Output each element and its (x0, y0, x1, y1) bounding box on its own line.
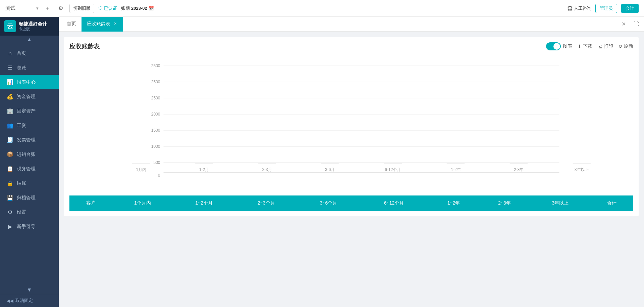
tab-close-aging[interactable]: ✕ (112, 21, 118, 27)
refresh-button[interactable]: ↺ 刷新 (619, 43, 633, 49)
role-button[interactable]: 会计 (621, 4, 639, 13)
col-header: 1个月内 (112, 195, 173, 211)
sidebar-item-ledger[interactable]: ☰ 总账 (0, 60, 59, 75)
bar (384, 164, 402, 164)
tab-home[interactable]: 首页 (61, 17, 82, 32)
headset-icon: 🎧 (567, 6, 573, 11)
bar (573, 164, 591, 164)
app-logo: 云 畅捷通好会计 专业版 (0, 17, 59, 36)
project-dropdown[interactable]: ▾ (36, 6, 39, 11)
col-header: 客户 (69, 195, 112, 211)
bar-group: 6-12个月 (362, 164, 425, 173)
table-container: 客户1个月内1~2个月2~3个月3~6个月6~12个月1~2年2~3年3年以上合… (69, 195, 633, 211)
col-header: 6~12个月 (360, 195, 428, 211)
tax-label: 税务管理 (17, 166, 36, 172)
shield-icon: 🛡 (98, 6, 103, 11)
assets-label: 固定资产 (17, 108, 36, 114)
add-button[interactable]: + (43, 4, 52, 13)
ledger-icon: ☰ (7, 64, 13, 71)
tab-label-aging: 应收账龄表 (87, 21, 110, 27)
topbar: 测试 ▾ + ⚙ 切到旧版 🛡 已认证 账期 2023-02 📅 🎧 人工咨询 … (0, 0, 644, 17)
guide-label: 新手引导 (17, 224, 36, 230)
scroll-down[interactable]: ▼ (0, 286, 59, 294)
col-header: 2~3年 (479, 195, 530, 211)
print-button[interactable]: 🖨 打印 (598, 43, 613, 49)
sidebar-item-assets[interactable]: 🏢 固定资产 (0, 104, 59, 118)
bar-group: 1月内 (110, 164, 173, 173)
col-header: 2~3个月 (235, 195, 298, 211)
tax-icon: 📋 (7, 166, 13, 172)
bar (509, 164, 528, 164)
report-header: 应收账龄表 图表 ⬇ 下载 🖨 (69, 42, 633, 50)
bar-label: 1月内 (136, 167, 146, 173)
tab-aging[interactable]: 应收账龄表✕ (82, 17, 123, 32)
col-header: 3~6个月 (298, 195, 360, 211)
finance-icon: 💰 (7, 93, 13, 100)
invoice-icon: 🧾 (7, 137, 13, 143)
sidebar-item-guide[interactable]: ▶ 新手引导 (0, 219, 59, 234)
sidebar-item-closing[interactable]: 🔒 结账 (0, 176, 59, 190)
bar (258, 164, 276, 164)
reports-label: 报表中心 (17, 79, 36, 85)
sidebar-nav: ⌂ 首页 ☰ 总账 📊 报表中心 💰 资金管理 🏢 固定资产 👥 工资 🧾 发票… (0, 44, 59, 286)
sidebar-item-reports[interactable]: 📊 报表中心 (0, 75, 59, 89)
certified-badge: 🛡 已认证 (98, 5, 117, 11)
tab-bar: 首页应收账龄表✕ ✕ ⛶ (59, 17, 644, 32)
main-layout: 云 畅捷通好会计 专业版 ▲ ⌂ 首页 ☰ 总账 📊 报表中心 💰 资金管理 🏢… (0, 17, 644, 307)
sidebar-item-payroll[interactable]: 👥 工资 (0, 118, 59, 133)
report-title: 应收账龄表 (69, 42, 100, 50)
service-button[interactable]: 🎧 人工咨询 (567, 5, 591, 11)
bar-label: 3年以上 (575, 167, 589, 173)
download-icon: ⬇ (578, 44, 582, 49)
report-container: 应收账龄表 图表 ⬇ 下载 🖨 (64, 37, 639, 216)
col-header: 1~2年 (428, 195, 479, 211)
settings-label: 设置 (17, 209, 26, 215)
bar-group: 1-2月 (173, 164, 236, 173)
tab-bar-right: ✕ ⛶ (619, 19, 641, 29)
sidebar-item-invoice[interactable]: 🧾 发票管理 (0, 133, 59, 147)
expand-icon[interactable]: ⛶ (631, 19, 641, 29)
chart-toggle[interactable]: 图表 (546, 42, 572, 50)
finance-label: 资金管理 (17, 94, 36, 100)
toggle-track[interactable] (546, 42, 561, 50)
pin-button[interactable]: ◀◀ 取消固定 (0, 294, 59, 307)
sales-label: 进销台账 (17, 151, 36, 158)
payroll-icon: 👥 (7, 122, 13, 129)
settings-icon: ⚙ (7, 209, 13, 215)
calendar-icon[interactable]: 📅 (149, 6, 154, 11)
bar (195, 164, 213, 164)
tab-label-home: 首页 (67, 21, 76, 27)
bar-label: 2-3月 (262, 167, 272, 173)
bar-group: 1-2年 (424, 164, 487, 173)
refresh-icon: ↺ (619, 44, 623, 49)
app-edition: 专业版 (19, 27, 47, 31)
switch-old-button[interactable]: 切到旧版 (69, 4, 94, 13)
sidebar-item-finance[interactable]: 💰 资金管理 (0, 89, 59, 104)
page-content: 应收账龄表 图表 ⬇ 下载 🖨 (59, 32, 644, 307)
app-name: 畅捷通好会计 (19, 21, 47, 27)
chart-toggle-label: 图表 (563, 43, 572, 49)
assets-icon: 🏢 (7, 108, 13, 114)
bar (446, 164, 465, 164)
bar (132, 164, 150, 164)
sidebar-item-sales[interactable]: 📦 进销台账 (0, 147, 59, 162)
logo-text: 畅捷通好会计 专业版 (19, 21, 47, 31)
scroll-up[interactable]: ▲ (0, 36, 59, 44)
sidebar-item-tax[interactable]: 📋 税务管理 (0, 162, 59, 176)
home-label: 首页 (17, 50, 26, 56)
manager-button[interactable]: 管理员 (595, 4, 617, 13)
sidebar-item-archive[interactable]: 💾 归档管理 (0, 190, 59, 205)
bar-group: 3年以上 (550, 164, 613, 173)
sidebar-item-home[interactable]: ⌂ 首页 (0, 46, 59, 60)
download-button[interactable]: ⬇ 下载 (578, 43, 592, 49)
col-header: 合计 (590, 195, 633, 211)
sidebar-item-settings[interactable]: ⚙ 设置 (0, 205, 59, 219)
bar-group: 2-3月 (235, 164, 299, 173)
home-icon: ⌂ (7, 50, 13, 56)
sales-icon: 📦 (7, 151, 13, 158)
bar (321, 164, 339, 164)
content-area: 首页应收账龄表✕ ✕ ⛶ 应收账龄表 图表 (59, 17, 644, 307)
project-name: 测试 (5, 5, 32, 11)
settings-icon[interactable]: ⚙ (56, 4, 65, 13)
close-tab-icon[interactable]: ✕ (619, 19, 629, 29)
